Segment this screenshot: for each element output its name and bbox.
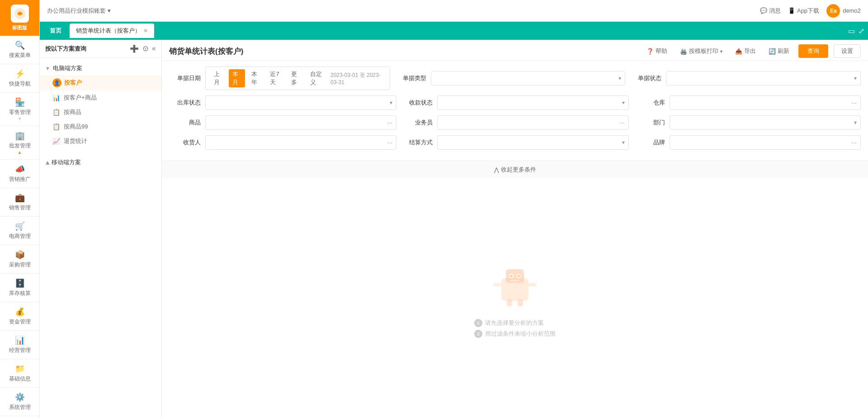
date-tab-custom[interactable]: 自定义 xyxy=(307,69,327,87)
ecommerce-icon: 🛒 xyxy=(15,221,25,231)
tab-close-icon[interactable]: ✕ xyxy=(143,28,148,34)
plan-item-returns-label: 退货统计 xyxy=(64,137,87,145)
warehouse-filter-control[interactable]: ··· xyxy=(670,95,861,110)
customer-badge: 👤 xyxy=(52,78,61,87)
collapse-panel-icon[interactable]: « xyxy=(152,44,156,53)
sidebar-item-operations[interactable]: 📊 经营管理 xyxy=(0,331,39,359)
type-filter-control[interactable]: ▾ xyxy=(431,71,626,86)
sidebar-item-marketing[interactable]: 📣 营销推广 xyxy=(0,160,39,188)
sidebar-item-finance[interactable]: 💰 资金管理 xyxy=(0,302,39,331)
add-plan-icon[interactable]: ➕ xyxy=(130,44,139,53)
sidebar-item-inventory[interactable]: 🗄️ 库存核算 xyxy=(0,274,39,302)
refresh-btn[interactable]: 🔄 刷新 xyxy=(765,45,793,57)
help-btn[interactable]: ❓ 帮助 xyxy=(643,45,671,57)
hint-item-2: ② 用过滤条件来缩小分析范围 xyxy=(474,330,556,338)
filter-row-3: 商品 ··· 业务员 ··· 部门 ▾ xyxy=(169,115,861,130)
settings-btn[interactable]: 设置 xyxy=(834,44,861,58)
quicknav-icon: ⚡ xyxy=(15,69,25,79)
desktop-plans-section: ▼ 电脑端方案 👤 按客户 📊 按客户+商品 📋 按商品 📋 按商品 xyxy=(40,58,161,152)
sidebar-item-sales[interactable]: 💼 销售管理 xyxy=(0,188,39,217)
plan-item-customer-label: 按客户 xyxy=(64,79,82,87)
date-tab-lastmonth[interactable]: 上月 xyxy=(210,69,226,87)
goods-icon: 📋 xyxy=(52,109,60,116)
finance-icon: 💰 xyxy=(15,307,25,317)
sidebar-item-quicknav[interactable]: ⚡ 快捷导航 xyxy=(0,64,39,93)
topbar: 办公用品行业模拟账套 ▾ 💬 消息 📱 App下载 Ea demo2 xyxy=(40,0,868,22)
filter-area: 单据日期 上月 本月 本年 近7天 更多 自定义 2023-03-01 xyxy=(162,61,868,161)
settings-plan-icon[interactable]: ⊙ xyxy=(142,44,148,53)
plan-item-goods[interactable]: 📋 按商品 xyxy=(40,105,161,119)
plan-item-customer[interactable]: 👤 按客户 xyxy=(40,75,161,90)
hint-num-1: ① xyxy=(474,319,482,327)
tab-home-label: 首页 xyxy=(50,27,61,35)
status-filter-control[interactable]: ▾ xyxy=(666,71,861,86)
ship-filter-control[interactable]: ▾ xyxy=(205,95,396,110)
right-main: 销货单统计表(按客户) ❓ 帮助 🖨️ 按模板打印 ▾ 📤 导出 xyxy=(162,40,868,418)
settle-filter-control[interactable]: ▾ xyxy=(437,135,628,150)
sidebar-finance-label: 资金管理 xyxy=(9,318,31,326)
sidebar-item-enterprise[interactable]: 🤝 企业协同 xyxy=(0,416,39,418)
sidebar-item-wholesale[interactable]: 🏢 批发管理 ▲ xyxy=(0,126,39,160)
dept-filter-control[interactable]: ▾ xyxy=(670,115,861,130)
industry-arrow: ▾ xyxy=(108,7,111,14)
retail-icon: 🏪 xyxy=(15,97,25,107)
sidebar-item-search[interactable]: 🔍 搜索菜单 xyxy=(0,36,39,64)
desktop-expand-arrow: ▼ xyxy=(45,66,50,71)
sidebar-item-ecommerce[interactable]: 🛒 电商管理 xyxy=(0,217,39,245)
wholesale-icon: 🏢 xyxy=(15,131,25,141)
sidebar-item-system[interactable]: ⚙️ 系统管理 xyxy=(0,388,39,416)
user-name: demo2 xyxy=(843,7,861,14)
message-btn[interactable]: 💬 消息 xyxy=(760,7,781,15)
staff-filter-control[interactable]: ··· xyxy=(437,115,628,130)
plan-item-goods99[interactable]: 📋 按商品99 xyxy=(40,119,161,134)
refresh-label: 刷新 xyxy=(778,47,789,55)
user-info[interactable]: Ea demo2 xyxy=(826,4,861,18)
plan-item-customer-goods[interactable]: 📊 按客户+商品 xyxy=(40,90,161,105)
status-filter-label: 单据状态 xyxy=(630,74,661,82)
receiver-filter-label: 收货人 xyxy=(169,138,201,147)
export-btn[interactable]: 📤 导出 xyxy=(731,45,760,57)
tab-maximize-icon[interactable]: ⤢ xyxy=(859,27,864,35)
goods-filter-control[interactable]: ··· xyxy=(205,115,396,130)
plan-item-goods-label: 按商品 xyxy=(64,108,81,116)
tab-minimize-icon[interactable]: ▭ xyxy=(848,27,855,35)
type-filter-label: 单据类型 xyxy=(395,74,426,82)
status-dropdown-arrow: ▾ xyxy=(854,75,857,81)
left-panel-header: 按以下方案查询 ➕ ⊙ « xyxy=(40,40,161,58)
tab-report[interactable]: 销货单统计表（按客户） ✕ xyxy=(70,24,154,38)
date-tab-more[interactable]: 更多 xyxy=(288,69,303,87)
returns-icon: 📈 xyxy=(52,138,60,145)
date-tab-thismonth[interactable]: 本月 xyxy=(229,69,245,87)
desktop-plan-group[interactable]: ▼ 电脑端方案 xyxy=(40,62,161,75)
payment-dropdown-arrow: ▾ xyxy=(622,100,625,106)
mobile-plans-section: ▶ 移动端方案 xyxy=(40,152,161,173)
query-btn[interactable]: 查询 xyxy=(798,44,828,58)
mobile-plan-group[interactable]: ▶ 移动端方案 xyxy=(40,156,161,169)
date-tab-thisyear[interactable]: 本年 xyxy=(248,69,264,87)
receiver-filter-control[interactable]: ··· xyxy=(205,135,396,150)
date-range-text: 2023-03-01 至 2023-03-31 xyxy=(330,71,385,86)
collapse-more-btn[interactable]: ⋀ 收起更多条件 xyxy=(162,161,868,178)
plan-item-returns[interactable]: 📈 退货统计 xyxy=(40,134,161,148)
date-tab-7days[interactable]: 近7天 xyxy=(266,69,285,87)
svg-rect-11 xyxy=(518,299,523,306)
hint-text-1: 请先选择要分析的方案 xyxy=(485,319,544,327)
filter-row-2: 出库状态 ▾ 收款状态 ▾ 仓库 ··· xyxy=(169,95,861,110)
brand-filter-control[interactable]: ··· xyxy=(670,135,861,150)
empty-state: ① 请先选择要分析的方案 ② 用过滤条件来缩小分析范围 xyxy=(162,178,868,418)
sidebar-item-basic[interactable]: 📁 基础信息 xyxy=(0,359,39,388)
tab-home[interactable]: 首页 xyxy=(43,24,68,38)
template-print-btn[interactable]: 🖨️ 按模板打印 ▾ xyxy=(676,45,726,57)
goods-ellipsis: ··· xyxy=(387,119,393,126)
sidebar-wholesale-label: 批发管理 xyxy=(9,142,31,150)
app-download-btn[interactable]: 📱 App下载 xyxy=(788,7,819,15)
svg-rect-9 xyxy=(528,283,537,286)
warehouse-ellipsis: ··· xyxy=(851,99,857,106)
dept-dropdown-arrow: ▾ xyxy=(854,119,857,126)
sidebar-item-purchase[interactable]: 📦 采购管理 xyxy=(0,245,39,274)
industry-selector[interactable]: 办公用品行业模拟账套 ▾ xyxy=(47,7,111,15)
sidebar-item-retail[interactable]: 🏪 零售管理 ▼ xyxy=(0,93,39,126)
inventory-icon: 🗄️ xyxy=(15,278,25,288)
settle-dropdown-arrow: ▾ xyxy=(622,139,625,146)
payment-filter-control[interactable]: ▾ xyxy=(437,95,628,110)
